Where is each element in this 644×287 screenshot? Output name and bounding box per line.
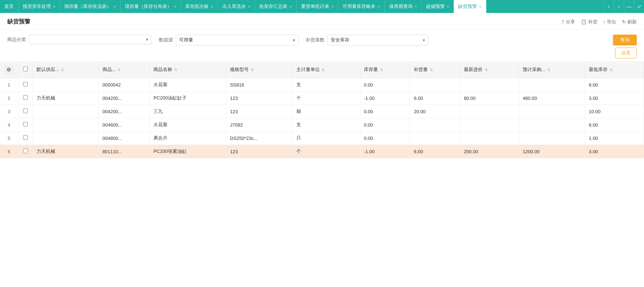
th-est-purchase-label: 预计采购... [523,67,545,72]
th-est-purchase[interactable]: 预计采购... ⇅ [519,61,585,78]
tab-nav-minimize[interactable]: — [624,0,634,13]
tab-recv-summary[interactable]: 收发存汇总表 × [255,0,296,13]
replenish-button[interactable]: 📋 补货 [581,19,597,25]
tab-close-inventory-dist[interactable]: × [174,4,176,9]
cell-spec-0: SS816 [226,78,293,92]
th-est-purchase-sort-icon: ⇅ [547,68,550,72]
category-dropdown-icon: ▾ [146,37,148,42]
tab-inout-flow[interactable]: 出入库流水 × [218,0,255,13]
cell-stock-5: -1.00 [360,145,410,158]
th-product-code[interactable]: 商品... ⇅ [99,61,149,78]
row-checkbox-2[interactable] [23,109,28,113]
cell-cb-0[interactable] [18,78,32,92]
tab-close-shortage[interactable]: × [479,4,481,9]
tab-close-overstock[interactable]: × [447,4,449,9]
th-product-code-label: 商品... [103,67,116,72]
th-latest-price[interactable]: 最新进价 ⇅ [460,61,519,78]
datasource-label: 数据源 [159,37,173,43]
row-checkbox-5[interactable] [23,149,28,153]
tab-close-abnormal[interactable]: × [53,4,55,9]
th-unit-label: 主计量单位 [296,67,320,72]
main-content: 缺货预警 ⤴ 分享 📋 补货 ↑ 导出 ↻ 刷新 商品分类 [0,13,644,287]
th-spec[interactable]: 规格型号 ⇅ [226,61,293,78]
cell-est-purchase-1: 480.00 [519,92,585,105]
shortage-table: ⚙ 默认供应... ⇅ 商品... ⇅ 商品名称 ⇅ [0,61,644,158]
select-all-checkbox[interactable] [23,67,28,71]
cell-cb-1[interactable] [18,92,32,105]
tab-close-expiry-query[interactable]: × [415,4,417,9]
cell-latest-price-3 [460,118,519,132]
tab-close-batch-account[interactable]: × [211,4,213,9]
th-latest-price-sort-icon: ⇅ [485,68,488,72]
tab-inventory-dist[interactable]: 现存量（库存分布表） × [121,0,181,13]
tab-inventory-status[interactable]: 现存量（库存状况表） × [60,0,120,13]
share-button[interactable]: ⤴ 分享 [562,19,575,25]
th-stock[interactable]: 库存量 ⇅ [360,61,410,78]
cell-supplier-5: 力天机械 [32,145,99,158]
category-select[interactable]: ▾ [29,35,152,44]
cell-min-stock-3: 8.00 [585,118,644,132]
cell-est-purchase-4 [519,132,585,145]
cell-unit-5: 个 [292,145,360,158]
tab-nav-next[interactable]: › [614,0,624,13]
tab-close-recv-summary[interactable]: × [290,4,292,9]
tab-abnormal[interactable]: 拣货异常处理 × [18,0,60,13]
tab-close-order-stats[interactable]: × [331,4,334,9]
tab-close-available-account[interactable]: × [378,4,380,9]
cell-stock-0: 0.00 [360,78,410,92]
cell-supplier-3 [32,118,99,132]
tab-nav-prev[interactable]: ‹ [604,0,614,13]
th-supplier-label: 默认供应... [36,67,59,72]
tab-home[interactable]: 首页 [0,0,18,13]
cell-latest-price-5: 200.00 [460,145,519,158]
export-button[interactable]: ↑ 导出 [603,19,617,25]
tab-available-account[interactable]: 可用量库存账本 × [338,0,384,13]
cell-no-0: 1 [0,78,18,92]
cell-min-stock-4: 1.00 [585,132,644,145]
base-select[interactable]: 安全库存 ▾ [327,35,428,45]
tab-shortage[interactable]: 缺货预警 × [454,0,486,13]
settings-button[interactable]: 设置 [615,48,637,58]
th-min-stock-label: 最低库存 [589,67,608,72]
table-row: 5 004800... 离合片 DS250*23c... 只 0.00 1.00 [0,132,644,145]
th-checkbox [18,61,32,78]
row-checkbox-3[interactable] [23,122,28,127]
th-supplier[interactable]: 默认供应... ⇅ [32,61,99,78]
tab-close-inout-flow[interactable]: × [248,4,250,9]
refresh-icon: ↻ [622,19,626,25]
th-product-name[interactable]: 商品名称 ⇅ [150,61,226,78]
th-replenish-qty[interactable]: 补货量 ⇅ [410,61,460,78]
cell-cb-3[interactable] [18,118,32,132]
base-filter-group: 补货基数 安全库存 ▾ [306,35,428,45]
row-checkbox-4[interactable] [23,135,28,140]
refresh-button[interactable]: ↻ 刷新 [622,19,637,25]
cell-cb-4[interactable] [18,132,32,145]
tab-nav-maximize[interactable]: ⤢ [634,0,644,13]
cell-min-stock-0: 8.00 [585,78,644,92]
cell-code-4: 004800... [99,132,149,145]
cell-est-purchase-3 [519,118,585,132]
cell-cb-5[interactable] [18,145,32,158]
cell-stock-4: 0.00 [360,132,410,145]
th-min-stock[interactable]: 最低库存 ⇅ [585,61,644,78]
row-checkbox-0[interactable] [23,82,28,87]
query-button[interactable]: 查询 [613,35,637,45]
datasource-select[interactable]: 可用量 ▾ [176,35,299,45]
gear-settings-button[interactable]: ⚙ [4,65,14,74]
header-actions: ⤴ 分享 📋 补货 ↑ 导出 ↻ 刷新 [562,19,637,25]
cell-name-0: 火花塞 [150,78,226,92]
cell-code-5: 801110... [99,145,149,158]
tab-expiry-query[interactable]: 保质期查询 × [385,0,422,13]
th-stock-label: 库存量 [364,67,378,72]
tab-order-stats[interactable]: 要货单统计表 × [297,0,338,13]
cell-cb-2[interactable] [18,105,32,118]
tab-close-inventory-status[interactable]: × [113,4,116,9]
base-value: 安全库存 [331,37,349,43]
tab-overstock[interactable]: 超储预警 × [422,0,454,13]
tab-batch-account[interactable]: 库存批次账 × [181,0,218,13]
table-row: 3 004200... 三九 123 箱 0.00 20.00 10.00 [0,105,644,118]
row-checkbox-1[interactable] [23,95,28,100]
th-unit[interactable]: 主计量单位 ⇅ [292,61,360,78]
table-header-row: ⚙ 默认供应... ⇅ 商品... ⇅ 商品名称 ⇅ [0,61,644,78]
cell-spec-4: DS250*23c... [226,132,293,145]
